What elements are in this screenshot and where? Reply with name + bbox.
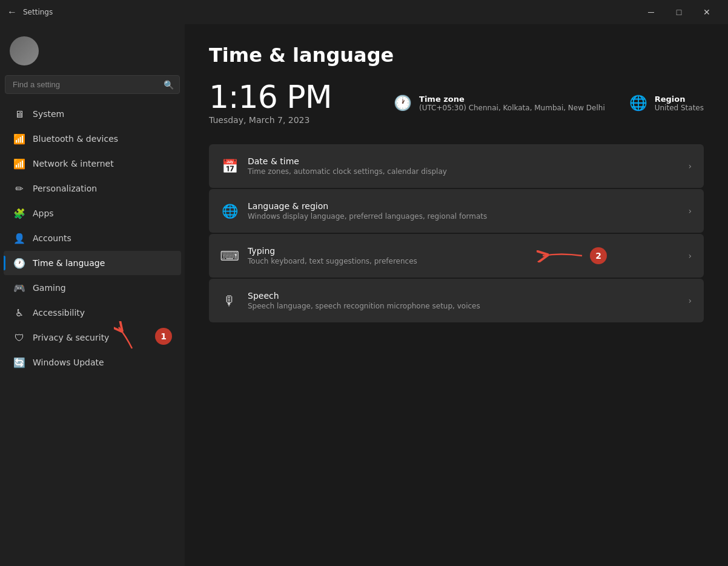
- titlebar: ← Settings ─ □ ✕: [0, 0, 728, 24]
- sidebar-item-label: Personalization: [33, 184, 171, 193]
- chevron-right-icon: ›: [688, 251, 692, 261]
- info-meta: 🕐 Time zone (UTC+05:30) Chennai, Kolkata…: [394, 95, 704, 112]
- language-region-icon: 🌐: [221, 204, 238, 219]
- sidebar-item-privacy[interactable]: 🛡 Privacy & security: [4, 325, 181, 350]
- region-meta: 🌐 Region United States: [629, 95, 704, 112]
- minimize-button[interactable]: ─: [637, 2, 665, 22]
- speech-desc: Speech language, speech recognition micr…: [248, 302, 678, 310]
- sidebar-item-label: Gaming: [33, 283, 171, 293]
- sidebar-item-network[interactable]: 📶 Network & internet: [4, 151, 181, 176]
- setting-item-language-region[interactable]: 🌐 Language & region Windows display lang…: [209, 189, 704, 233]
- current-time: 1:16 PM: [209, 81, 332, 113]
- avatar: [10, 36, 39, 65]
- sidebar-item-personalization[interactable]: ✏️ Personalization: [4, 176, 181, 201]
- system-icon: 🖥: [13, 108, 25, 120]
- windows-update-icon: 🔄: [13, 356, 25, 368]
- apps-icon: 🧩: [13, 207, 25, 219]
- sidebar-item-label: Accounts: [33, 233, 171, 243]
- sidebar-nav: 🖥 System 📶 Bluetooth & devices 📶 Network…: [0, 101, 185, 375]
- personalization-icon: ✏️: [13, 182, 25, 195]
- sidebar-item-label: Privacy & security: [33, 333, 171, 342]
- language-region-desc: Windows display language, preferred lang…: [248, 212, 678, 221]
- speech-icon: 🎙: [221, 293, 238, 308]
- typing-title: Typing: [248, 246, 678, 256]
- main-content: Time & language 1:16 PM Tuesday, March 7…: [185, 24, 728, 566]
- timezone-icon: 🕐: [394, 95, 412, 112]
- sidebar-item-label: Time & language: [33, 258, 171, 268]
- language-region-title: Language & region: [248, 201, 678, 211]
- user-area: [0, 24, 185, 75]
- accounts-icon: 👤: [13, 232, 25, 244]
- titlebar-controls: ─ □ ✕: [637, 2, 721, 22]
- privacy-icon: 🛡: [13, 331, 25, 344]
- sidebar-item-accessibility[interactable]: ♿ Accessibility: [4, 301, 181, 325]
- app-layout: 🔍 🖥 System 📶 Bluetooth & devices 📶 Netwo…: [0, 24, 728, 566]
- sidebar-item-label: Accessibility: [33, 308, 171, 318]
- setting-item-typing[interactable]: ⌨ Typing Touch keyboard, text suggestion…: [209, 234, 704, 278]
- setting-item-speech[interactable]: 🎙 Speech Speech language, speech recogni…: [209, 279, 704, 322]
- setting-item-date-time[interactable]: 📅 Date & time Time zones, automatic cloc…: [209, 144, 704, 188]
- gaming-icon: 🎮: [13, 282, 25, 294]
- search-box: 🔍: [5, 75, 180, 94]
- close-button[interactable]: ✕: [693, 2, 721, 22]
- timezone-label: Time zone: [419, 95, 605, 104]
- current-date: Tuesday, March 7, 2023: [209, 115, 332, 125]
- accessibility-icon: ♿: [13, 307, 25, 319]
- date-time-title: Date & time: [248, 156, 678, 166]
- sidebar: 🔍 🖥 System 📶 Bluetooth & devices 📶 Netwo…: [0, 24, 185, 566]
- current-time-block: 1:16 PM Tuesday, March 7, 2023: [209, 81, 332, 125]
- timezone-meta: 🕐 Time zone (UTC+05:30) Chennai, Kolkata…: [394, 95, 605, 112]
- sidebar-item-label: Windows Update: [33, 358, 171, 367]
- chevron-right-icon: ›: [688, 161, 692, 171]
- timezone-value: (UTC+05:30) Chennai, Kolkata, Mumbai, Ne…: [419, 104, 605, 112]
- bluetooth-icon: 📶: [13, 133, 25, 145]
- time-language-icon: 🕐: [13, 257, 25, 269]
- maximize-button[interactable]: □: [665, 2, 693, 22]
- sidebar-item-gaming[interactable]: 🎮 Gaming: [4, 276, 181, 300]
- date-time-desc: Time zones, automatic clock settings, ca…: [248, 167, 678, 176]
- speech-title: Speech: [248, 291, 678, 301]
- page-title: Time & language: [209, 44, 704, 67]
- settings-list: 📅 Date & time Time zones, automatic cloc…: [209, 144, 704, 322]
- search-icon: 🔍: [164, 80, 174, 90]
- sidebar-item-time-language[interactable]: 🕐 Time & language: [4, 251, 181, 275]
- back-button[interactable]: ←: [7, 7, 17, 18]
- info-bar: 1:16 PM Tuesday, March 7, 2023 🕐 Time zo…: [209, 81, 704, 125]
- sidebar-item-system[interactable]: 🖥 System: [4, 102, 181, 126]
- chevron-right-icon: ›: [688, 206, 692, 216]
- network-icon: 📶: [13, 158, 25, 170]
- sidebar-item-accounts[interactable]: 👤 Accounts: [4, 226, 181, 250]
- sidebar-item-bluetooth[interactable]: 📶 Bluetooth & devices: [4, 127, 181, 151]
- typing-desc: Touch keyboard, text suggestions, prefer…: [248, 257, 678, 265]
- sidebar-item-windows-update[interactable]: 🔄 Windows Update: [4, 350, 181, 375]
- sidebar-item-apps[interactable]: 🧩 Apps: [4, 201, 181, 225]
- region-value: United States: [655, 104, 704, 112]
- titlebar-left: ← Settings: [7, 7, 53, 18]
- titlebar-title: Settings: [23, 8, 53, 16]
- sidebar-item-label: Network & internet: [33, 159, 171, 168]
- sidebar-item-label: Bluetooth & devices: [33, 134, 171, 144]
- chevron-right-icon: ›: [688, 296, 692, 305]
- region-icon: 🌐: [629, 95, 647, 112]
- sidebar-item-label: Apps: [33, 208, 171, 218]
- date-time-icon: 📅: [221, 159, 238, 174]
- sidebar-item-label: System: [33, 109, 171, 119]
- search-input[interactable]: [5, 75, 180, 94]
- typing-icon: ⌨: [221, 248, 238, 264]
- region-label: Region: [655, 95, 704, 104]
